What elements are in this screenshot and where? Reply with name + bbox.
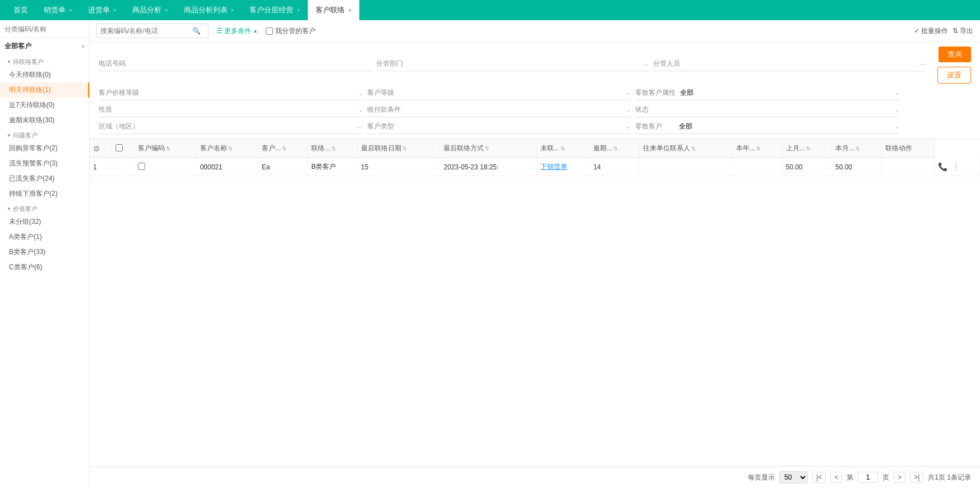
dept-field[interactable]: 分管部门 ⌄ bbox=[376, 59, 649, 71]
next-page-button[interactable]: > bbox=[894, 472, 905, 483]
my-customers-checkbox-wrap[interactable]: 我分管的客户 bbox=[266, 26, 316, 36]
sort-icon[interactable]: ⇅ bbox=[403, 146, 407, 151]
select-all-checkbox[interactable] bbox=[115, 144, 123, 151]
customer-level-field[interactable]: 客户等级 ⌄ bbox=[367, 88, 631, 100]
export-button[interactable]: ⇅ 导出 bbox=[953, 26, 973, 36]
action-phone-icon[interactable]: 📞 bbox=[938, 162, 947, 171]
sidebar-item[interactable]: 流失预警客户(3) bbox=[0, 156, 89, 171]
col-header-overdue[interactable]: 逾期... ⇅ bbox=[590, 139, 640, 158]
nav-close-icon[interactable]: × bbox=[113, 7, 117, 13]
nav-item-商品分析列表[interactable]: 商品分析列表× bbox=[176, 0, 242, 20]
sidebar-item[interactable]: C类客户(6) bbox=[0, 260, 89, 275]
nature-down-icon[interactable]: ⌄ bbox=[358, 107, 363, 113]
sort-icon[interactable]: ⇅ bbox=[856, 146, 860, 151]
sidebar-item[interactable]: 近7天待联络(0) bbox=[0, 98, 89, 113]
col-header-this_year[interactable]: 本年... ⇅ bbox=[733, 139, 783, 158]
nav-item-客户联络[interactable]: 客户联络× bbox=[308, 0, 359, 20]
col-header-not_contact[interactable]: 未联... ⇅ bbox=[537, 139, 590, 158]
sidebar-group-待联络客户[interactable]: 待联络客户 bbox=[0, 54, 89, 67]
col-header-type[interactable]: 客户... ⇅ bbox=[258, 139, 308, 158]
sort-icon[interactable]: ⇅ bbox=[613, 146, 618, 151]
customer-type-down-icon[interactable]: ⌄ bbox=[626, 123, 631, 130]
sidebar-group-价值客户[interactable]: 价值客户 bbox=[0, 201, 89, 214]
sort-icon[interactable]: ⇅ bbox=[331, 146, 336, 151]
sidebar-group-问题客户[interactable]: 问题客户 bbox=[0, 128, 89, 141]
sort-icon[interactable]: ⇅ bbox=[228, 146, 233, 151]
set-button[interactable]: 设置 bbox=[937, 67, 971, 84]
col-header-contacts[interactable]: 联络... ⇅ bbox=[308, 139, 358, 158]
cell-action: 📞⋮ bbox=[935, 158, 980, 176]
sidebar-item[interactable]: B类客户(33) bbox=[0, 245, 89, 260]
action-grid-icon[interactable]: ⋮ bbox=[952, 162, 960, 171]
cell-last_date: 2023-05-23 18:25: bbox=[440, 158, 537, 176]
first-page-button[interactable]: |< bbox=[812, 472, 826, 483]
sort-icon[interactable]: ⇅ bbox=[166, 146, 170, 151]
sidebar-all-customers[interactable]: 全部客户 « bbox=[0, 38, 89, 54]
col-header-last_month[interactable]: 上月... ⇅ bbox=[782, 139, 832, 158]
sidebar-item[interactable]: 持续下滑客户(2) bbox=[0, 186, 89, 201]
col-header-name[interactable]: 客户名称 ⇅ bbox=[196, 139, 258, 158]
status-down-icon[interactable]: ⌄ bbox=[895, 107, 899, 113]
nav-close-icon[interactable]: × bbox=[297, 7, 300, 13]
toolbar-right: ✓ 批量操作 ⇅ 导出 bbox=[914, 26, 973, 36]
sort-icon[interactable]: ⇅ bbox=[806, 146, 811, 151]
nav-close-icon[interactable]: × bbox=[165, 7, 168, 13]
query-button[interactable]: 查询 bbox=[939, 47, 971, 62]
dept-down-icon[interactable]: ⌄ bbox=[644, 61, 649, 67]
gear-icon[interactable]: ⚙ bbox=[93, 144, 100, 153]
status-field[interactable]: 状态 ⌄ bbox=[635, 105, 899, 117]
sidebar-item[interactable]: 已流失客户(24) bbox=[0, 171, 89, 186]
region-label: 区域（地区） bbox=[99, 122, 139, 131]
sidebar-item[interactable]: 回购异常客户(2) bbox=[0, 141, 89, 156]
last-page-button[interactable]: >| bbox=[910, 472, 923, 483]
manager-dots-icon[interactable]: ··· bbox=[919, 59, 926, 68]
retail-customer-down-icon[interactable]: ⌄ bbox=[895, 123, 899, 130]
retail-customer-field[interactable]: 零散客户 全部 ⌄ bbox=[635, 122, 899, 134]
region-dots-icon[interactable]: ··· bbox=[356, 122, 363, 131]
my-customers-checkbox[interactable] bbox=[266, 27, 273, 35]
sidebar-item[interactable]: 明天待联络(1) bbox=[0, 82, 89, 98]
nav-item-进货单[interactable]: 进货单× bbox=[80, 0, 124, 20]
nav-item-客户分层经营[interactable]: 客户分层经营× bbox=[242, 0, 308, 20]
col-header-last_date[interactable]: 最后联络日期 ⇅ bbox=[357, 139, 440, 158]
price-level-down-icon[interactable]: ⌄ bbox=[358, 90, 363, 96]
retail-attr-down-icon[interactable]: ⌄ bbox=[895, 90, 899, 96]
retail-attr-field[interactable]: 零散客户属性 全部 ⌄ bbox=[635, 88, 899, 100]
price-level-field[interactable]: 客户价格等级 ⌄ bbox=[99, 88, 363, 100]
col-header-contact_person[interactable]: 往来单位联系人 ⇅ bbox=[639, 139, 732, 158]
search-icon[interactable]: 🔍 bbox=[192, 27, 201, 35]
col-header-code[interactable]: 客户编码 ⇅ bbox=[135, 139, 196, 158]
sort-icon[interactable]: ⇅ bbox=[561, 146, 565, 151]
phone-input[interactable] bbox=[142, 60, 372, 68]
sidebar-item[interactable]: 今天待联络(0) bbox=[0, 67, 89, 82]
sidebar-item[interactable]: A类客户(1) bbox=[0, 229, 89, 245]
nav-item-商品分析[interactable]: 商品分析× bbox=[124, 0, 176, 20]
sort-icon[interactable]: ⇅ bbox=[756, 146, 761, 151]
customer-level-down-icon[interactable]: ⌄ bbox=[626, 90, 631, 96]
last-method-link[interactable]: 下销货单 bbox=[540, 163, 567, 171]
batch-button[interactable]: ✓ 批量操作 bbox=[914, 26, 948, 36]
col-header-this_month[interactable]: 本月... ⇅ bbox=[832, 139, 882, 158]
page-input[interactable] bbox=[858, 472, 878, 483]
nature-field[interactable]: 性质 ⌄ bbox=[99, 105, 363, 117]
customer-type-field[interactable]: 客户类型 ⌄ bbox=[367, 122, 631, 134]
nav-close-icon[interactable]: × bbox=[348, 7, 352, 13]
nav-item-首页[interactable]: 首页 bbox=[6, 0, 36, 20]
sidebar-search-input[interactable] bbox=[4, 25, 89, 33]
sidebar-item[interactable]: 逾期未联络(30) bbox=[0, 113, 89, 128]
sort-icon[interactable]: ⇅ bbox=[485, 146, 489, 151]
search-input[interactable] bbox=[100, 27, 190, 35]
more-filter-button[interactable]: ☰ 更多条件 ▲ bbox=[213, 24, 261, 38]
nav-item-销货单[interactable]: 销货单× bbox=[36, 0, 80, 20]
nav-close-icon[interactable]: × bbox=[69, 7, 72, 13]
sort-icon[interactable]: ⇅ bbox=[691, 146, 696, 151]
nav-close-icon[interactable]: × bbox=[231, 7, 234, 13]
col-header-last_method[interactable]: 最后联络方式 ⇅ bbox=[440, 139, 537, 158]
prev-page-button[interactable]: < bbox=[830, 472, 842, 483]
sidebar-item[interactable]: 未分组(32) bbox=[0, 214, 89, 229]
payment-down-icon[interactable]: ⌄ bbox=[626, 107, 631, 113]
page-size-select[interactable]: 50 100 200 bbox=[779, 471, 808, 484]
sort-icon[interactable]: ⇅ bbox=[282, 146, 286, 151]
row-checkbox[interactable] bbox=[138, 163, 145, 170]
payment-field[interactable]: 收付款条件 ⌄ bbox=[367, 105, 631, 117]
